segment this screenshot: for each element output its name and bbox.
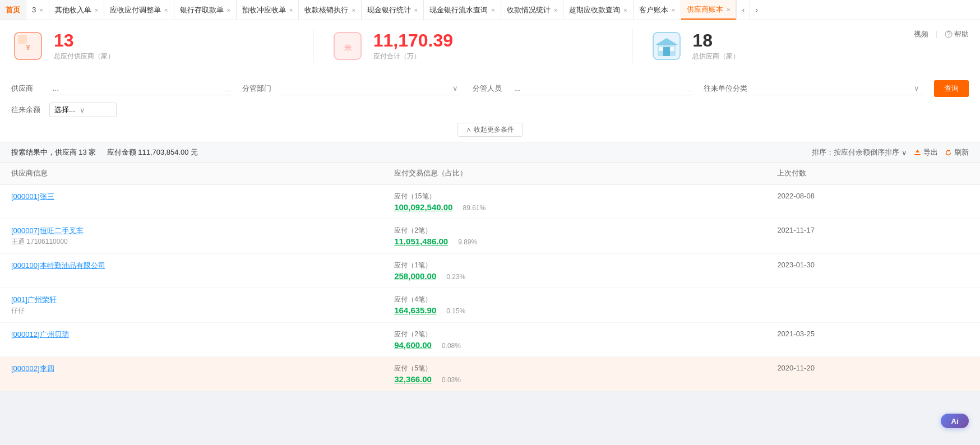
export-button[interactable]: 导出 <box>914 147 938 157</box>
svg-text:?: ? <box>946 30 950 38</box>
nav-tab-cash-bank-stat-label: 现金银行统计 <box>367 5 411 15</box>
balance-placeholder: 选择... <box>54 105 75 115</box>
col-header-transaction: 应付交易信息（占比） <box>394 168 777 178</box>
svg-text:米: 米 <box>343 44 352 52</box>
stat-block-total-suppliers: 18 总供应商（家） <box>650 29 952 63</box>
supplier-link-6[interactable]: [000002]李四 <box>11 364 394 374</box>
person-label: 分管人员 <box>473 84 506 94</box>
nav-tab-overdue-query[interactable]: 超期应收款查询 × <box>563 0 633 20</box>
nav-tab-ar-adjust-close[interactable]: × <box>164 7 168 13</box>
nav-tab-receipt-exec-label: 收款核销执行 <box>304 5 348 15</box>
transaction-info-4: 应付（4笔） 164,635.90 0.15% <box>394 295 777 315</box>
supplier-input-icon[interactable]: ... <box>225 85 231 93</box>
transaction-amount-2[interactable]: 11,051,486.00 <box>394 237 448 246</box>
transaction-row-2: 11,051,486.00 9.89% <box>394 235 777 246</box>
transaction-amount-6[interactable]: 32,366.00 <box>394 374 432 384</box>
person-input-icon[interactable]: ... <box>686 85 692 93</box>
transaction-info-6: 应付（5笔） 32,366.00 0.03% <box>394 364 777 384</box>
nav-tab-bank-deposit-close[interactable]: × <box>227 7 230 13</box>
sort-select[interactable]: 排序：按应付余额倒序排序 ∨ <box>812 147 907 157</box>
nav-tab-cash-bank-stat-close[interactable]: × <box>414 7 418 13</box>
transaction-label-5: 应付（2笔） <box>394 330 777 339</box>
supplier-link-3[interactable]: [000100]本特勤油品有限公司 <box>11 261 394 271</box>
category-select[interactable]: ∨ <box>752 82 923 95</box>
stat-block-payable-suppliers: ¥ 13 总应付供应商（家） <box>11 29 314 63</box>
nav-tab-prepay-close[interactable]: × <box>289 7 293 13</box>
nav-tab-supplier-ledger-close[interactable]: × <box>727 6 730 13</box>
person-input[interactable] <box>511 82 695 95</box>
transaction-amount-4[interactable]: 164,635.90 <box>394 305 436 315</box>
export-icon <box>914 149 921 156</box>
transaction-percent-4: 0.15% <box>446 307 465 315</box>
nav-tab-supplier-ledger[interactable]: 供应商账本 × <box>681 0 736 20</box>
dept-arrow-icon: ∨ <box>452 84 458 92</box>
last-pay-date-6: 2020-11-20 <box>777 364 815 372</box>
query-button[interactable]: 查询 <box>934 80 969 97</box>
nav-tab-3-label: 3 <box>32 6 36 14</box>
supplier-info-6: [000002]李四 <box>11 364 394 374</box>
nav-tab-other-income[interactable]: 其他收入单 × <box>49 0 104 20</box>
nav-tab-3-close[interactable]: × <box>39 7 43 13</box>
supplier-link-4[interactable]: [001]广州荣轩 <box>11 295 394 305</box>
transaction-amount-1[interactable]: 100,092,540.00 <box>394 202 452 212</box>
filter-category: 往来单位分类 ∨ <box>704 82 923 95</box>
nav-tab-customer-ledger[interactable]: 客户账本 × <box>634 0 681 20</box>
balance-select[interactable]: 选择... ∨ <box>49 103 117 117</box>
nav-tab-cash-flow-query-close[interactable]: × <box>491 7 494 13</box>
dept-select[interactable]: ∨ <box>280 82 462 95</box>
nav-tab-receipt-stat-label: 收款情况统计 <box>507 5 551 15</box>
filter-dept: 分管部门 ∨ <box>242 82 462 95</box>
nav-tab-other-income-label: 其他收入单 <box>55 5 91 15</box>
nav-tab-receipt-stat-close[interactable]: × <box>554 7 557 13</box>
svg-marker-15 <box>949 150 950 152</box>
transaction-amount-5[interactable]: 94,600.00 <box>394 340 432 350</box>
nav-tab-overdue-query-close[interactable]: × <box>623 7 627 13</box>
refresh-button[interactable]: 刷新 <box>945 147 969 157</box>
nav-tab-receipt-exec[interactable]: 收款核销执行 × <box>299 0 361 20</box>
export-label: 导出 <box>923 147 938 157</box>
stat-block-payable-amount: 米 11,170.39 应付合计（万） <box>331 29 634 63</box>
nav-tab-receipt-exec-close[interactable]: × <box>352 7 355 13</box>
transaction-label-4: 应付（4笔） <box>394 295 777 304</box>
payable-amount-icon: 米 <box>331 29 364 63</box>
transaction-percent-3: 0.23% <box>446 273 465 281</box>
collapse-button[interactable]: ∧ 收起更多条件 <box>457 123 522 137</box>
svg-marker-14 <box>916 150 919 152</box>
sort-label: 排序：按应付余额倒序排序 <box>812 147 899 157</box>
nav-tab-ar-adjust[interactable]: 应收应付调整单 × <box>104 0 174 20</box>
nav-tab-prepay[interactable]: 预收冲应收单 × <box>237 0 299 20</box>
transaction-label-2: 应付（2笔） <box>394 226 777 235</box>
nav-tab-prepay-label: 预收冲应收单 <box>242 5 286 15</box>
nav-tab-3[interactable]: 3 × <box>26 0 49 20</box>
video-link[interactable]: 视频 <box>914 29 928 39</box>
nav-tab-other-income-close[interactable]: × <box>95 7 98 13</box>
supplier-link-2[interactable]: [000007]恒旺二手叉车 <box>11 226 394 236</box>
refresh-icon <box>945 149 952 156</box>
nav-tab-overdue-query-label: 超期应收款查询 <box>569 5 620 15</box>
transaction-percent-6: 0.03% <box>442 376 461 384</box>
total-suppliers-icon <box>650 29 683 63</box>
supplier-link-5[interactable]: [000012]广州贝瑞 <box>11 330 394 340</box>
filter-row-1: 供应商 ... 分管部门 ∨ 分管人员 ... 往来单位分类 ∨ 查询 <box>11 80 969 97</box>
transaction-label-1: 应付（15笔） <box>394 192 777 201</box>
result-amount: 111,703,854.00 <box>138 148 188 156</box>
nav-scroll-left[interactable]: ‹ <box>736 0 750 20</box>
help-link[interactable]: ? 帮助 <box>945 29 969 39</box>
result-amount-suffix: 元 <box>191 148 198 156</box>
nav-tab-home[interactable]: 首页 <box>0 0 26 20</box>
result-actions: 排序：按应付余额倒序排序 ∨ 导出 刷新 <box>812 147 969 157</box>
supplier-info-2: [000007]恒旺二手叉车 王通 17106110000 <box>11 226 394 247</box>
result-count-unit: 家 <box>89 148 96 156</box>
supplier-link-1[interactable]: [000001]张三 <box>11 192 394 202</box>
table-area: 供应商信息 应付交易信息（占比） 上次付数 [000001]张三 应付（15笔）… <box>0 163 980 391</box>
transaction-amount-3[interactable]: 258,000.00 <box>394 271 436 281</box>
table-row: [000001]张三 应付（15笔） 100,092,540.00 89.61%… <box>0 185 980 219</box>
supplier-info-3: [000100]本特勤油品有限公司 <box>11 261 394 271</box>
nav-scroll-right[interactable]: › <box>750 0 763 20</box>
nav-tab-receipt-stat[interactable]: 收款情况统计 × <box>501 0 563 20</box>
nav-tab-bank-deposit[interactable]: 银行存取款单 × <box>174 0 237 20</box>
supplier-input[interactable] <box>49 82 234 95</box>
nav-tab-cash-bank-stat[interactable]: 现金银行统计 × <box>362 0 424 20</box>
nav-tab-cash-flow-query[interactable]: 现金银行流水查询 × <box>424 0 501 20</box>
nav-tab-customer-ledger-close[interactable]: × <box>672 7 675 13</box>
